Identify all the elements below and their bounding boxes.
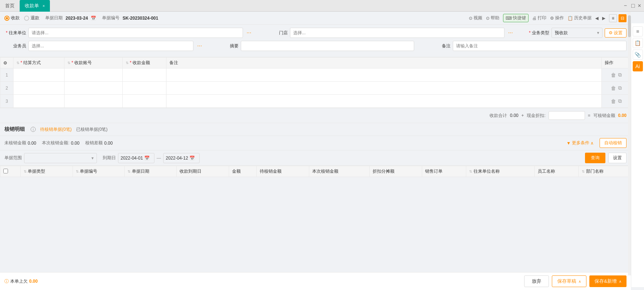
window-close[interactable]: × (638, 3, 641, 9)
row-2-amount (123, 82, 166, 95)
field-staff: 业务员 ··· (4, 41, 202, 51)
col-sales-order-header: 销售订单 (422, 166, 466, 177)
row-2-copy-icon[interactable]: ⧉ (618, 85, 622, 91)
verify-info-icon[interactable]: i (31, 127, 36, 132)
nav-prev-icon[interactable]: ◀ (595, 16, 598, 21)
auto-verify-button[interactable]: 自动核销 (600, 138, 627, 148)
settle-input-2[interactable] (13, 82, 64, 94)
col-current-header: 本次核销金额 (309, 166, 370, 177)
sidebar-btn-list[interactable]: ≡ (633, 26, 643, 36)
settle-input-1[interactable] (13, 68, 64, 81)
window-restore[interactable]: □ (631, 3, 635, 9)
note-input-3[interactable] (166, 95, 601, 107)
date-to-input[interactable]: 2022-04-12 📅 (163, 153, 200, 163)
row-3-note (166, 95, 602, 108)
setting-button[interactable]: ⚙ 设置 (605, 28, 627, 38)
layout-grid[interactable]: ⊟ (619, 14, 627, 22)
sort-bt1: ⇅ (24, 169, 27, 173)
doc-date-info: 单据日期 2023-03-24 📅 (45, 15, 96, 21)
staff-more-btn[interactable]: ··· (197, 43, 202, 49)
save-draft-button[interactable]: 保存草稿 ∧ (552, 275, 586, 287)
query-button[interactable]: 查询 (585, 153, 605, 163)
footer-info-icon: ⓘ (4, 278, 9, 285)
tab-done[interactable]: 已核销单据(0笔) (76, 126, 108, 133)
tab-close-icon[interactable]: × (43, 4, 45, 8)
more-conditions-btn[interactable]: ▼ 更多条件 ∧ (566, 140, 594, 146)
table-row: 1 🗑 ⧉ (0, 68, 631, 82)
account-input-1[interactable] (64, 68, 122, 81)
save-new-button[interactable]: 保存&新增 ∧ (589, 275, 627, 287)
filter-range-select[interactable]: ▾ (24, 153, 97, 163)
note-input-1[interactable] (166, 68, 601, 81)
row-3-copy-icon[interactable]: ⧉ (618, 98, 622, 104)
sort-icon: ⇅ (16, 61, 19, 65)
layout-icons: ≡ ⊟ (609, 14, 627, 22)
radio-return[interactable]: 退款 (24, 15, 39, 21)
tab-receipt[interactable]: 收款单 × (20, 0, 50, 12)
account-input-3[interactable] (64, 95, 122, 107)
scrollbar[interactable] (628, 12, 631, 275)
action-shortcut[interactable]: ⌨ 快捷键 (503, 14, 529, 22)
action-print[interactable]: 🖨 打印 (532, 15, 546, 21)
row-2-delete-icon[interactable]: 🗑 (611, 85, 616, 91)
range-select-arrow: ▾ (91, 156, 94, 161)
row-1-delete-icon[interactable]: 🗑 (611, 72, 616, 78)
remark-input[interactable] (453, 41, 627, 51)
radio-receive[interactable]: 收款 (4, 15, 20, 21)
gear-icon[interactable]: ⚙ (3, 60, 7, 66)
row-1-copy-icon[interactable]: ⧉ (618, 72, 622, 78)
date-from-input[interactable]: 2022-04-01 📅 (118, 153, 154, 163)
sidebar-btn-ai[interactable]: Ai (633, 61, 643, 71)
nav-next-icon[interactable]: ▶ (602, 16, 605, 21)
abandon-button[interactable]: 放弃 (524, 275, 549, 287)
window-minimize[interactable]: － (623, 2, 628, 9)
layout-list[interactable]: ≡ (609, 14, 617, 22)
row-1-amount (123, 68, 166, 82)
settle-input-3[interactable] (13, 95, 64, 107)
biz-type-select[interactable]: 预收款 ▾ (551, 28, 602, 38)
store-input[interactable] (290, 28, 504, 38)
form-area: * 往来单位 ··· 门店 ··· * 业务类型 (0, 25, 631, 57)
verify-stats: 未核销金额 0.00 本次核销金额: 0.00 核销差额 0.00 ▼ 更多条件… (0, 136, 631, 150)
amount-input-3[interactable] (123, 95, 166, 107)
staff-input[interactable] (28, 41, 193, 51)
action-help[interactable]: ⊙ 帮助 (486, 15, 499, 21)
calendar-icon[interactable]: 📅 (91, 16, 96, 21)
radio-receive-circle (4, 16, 9, 21)
summary-input[interactable] (241, 41, 415, 51)
filter-range-field: 单据范围 ▾ (4, 153, 97, 163)
calendar-to-icon: 📅 (189, 156, 195, 161)
row-3-delete-icon[interactable]: 🗑 (611, 98, 616, 104)
col-employee-header: 员工名称 (534, 166, 578, 177)
action-video[interactable]: ⊙ 视频 (469, 15, 482, 21)
filter-icon: ▼ (566, 141, 571, 146)
discount-input[interactable] (549, 111, 585, 120)
stat-unverified: 未核销金额 0.00 (4, 140, 36, 146)
tab-pending[interactable]: 待核销单据(0笔) (40, 126, 72, 133)
scrollbar-thumb (628, 15, 631, 37)
amount-input-1[interactable] (123, 68, 166, 81)
field-remark: 备注 (429, 41, 627, 51)
store-more-btn[interactable]: ··· (508, 30, 513, 36)
counterpart-input[interactable] (28, 28, 243, 38)
col-note-header: 备注 (166, 58, 602, 68)
account-input-2[interactable] (64, 82, 122, 94)
table-row: 2 🗑 ⧉ (0, 82, 631, 95)
counterpart-more-btn[interactable]: ··· (247, 30, 251, 36)
note-input-2[interactable] (166, 82, 601, 94)
amount-input-2[interactable] (123, 82, 166, 94)
action-history[interactable]: 📋 历史单据 (568, 15, 592, 21)
sidebar-btn-attach[interactable]: 📎 (633, 50, 643, 60)
col-due-date-header: 收款到期日 (176, 166, 229, 177)
sidebar-btn-clipboard[interactable]: 📋 (633, 38, 643, 48)
sort-bt3: ⇅ (127, 169, 130, 173)
sort-bt4: ⇅ (469, 169, 472, 173)
right-sidebar: ≡ 📋 📎 Ai (631, 23, 644, 287)
row-1-note (166, 68, 602, 82)
tab-home[interactable]: 首页 (0, 0, 20, 12)
action-operation[interactable]: ⚙ 操作 (550, 15, 564, 21)
setting2-button[interactable]: 设置 (608, 153, 627, 163)
col-settle-header: ⇅ * 结算方式 (13, 58, 64, 68)
stat-current: 本次核销金额: 0.00 (42, 140, 79, 146)
check-all[interactable] (3, 169, 8, 173)
